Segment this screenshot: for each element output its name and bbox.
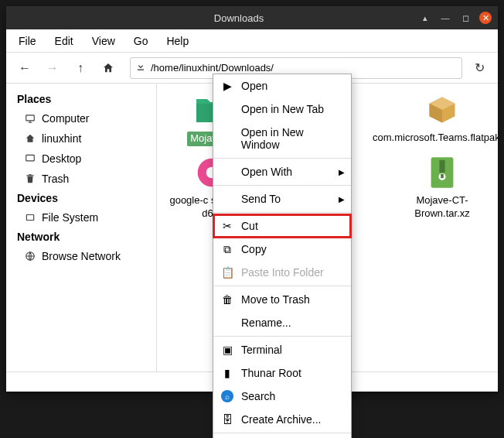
- terminal-icon: ▣: [221, 344, 233, 356]
- menu-go[interactable]: Go: [126, 32, 156, 50]
- maximize-icon[interactable]: ◻: [459, 12, 472, 24]
- sidebar-item-computer[interactable]: Computer: [6, 108, 156, 128]
- forward-button: →: [42, 57, 63, 79]
- file-item[interactable]: com.microsoft.Teams.flatpakref: [397, 91, 488, 146]
- cut-icon: ✂: [221, 220, 233, 232]
- network-header: Network: [6, 228, 156, 246]
- ctx-search[interactable]: ⌕Search: [213, 385, 351, 408]
- download-icon: [135, 61, 146, 74]
- sidebar-item-desktop[interactable]: Desktop: [6, 149, 156, 169]
- menu-help[interactable]: Help: [158, 32, 196, 50]
- copy-icon: ⧉: [221, 243, 233, 255]
- sidebar-item-browse-network[interactable]: Browse Network: [6, 246, 156, 266]
- close-icon[interactable]: ✕: [479, 12, 492, 24]
- chevron-right-icon: ▶: [339, 195, 345, 204]
- svg-rect-0: [26, 115, 35, 121]
- ctx-thunar-root[interactable]: ▮Thunar Root: [213, 361, 351, 385]
- sidebar-item-home[interactable]: linuxhint: [6, 128, 156, 149]
- path-input[interactable]: [151, 62, 457, 74]
- svg-rect-2: [26, 215, 33, 221]
- places-header: Places: [6, 90, 156, 108]
- ctx-open-window[interactable]: Open in New Window: [213, 121, 351, 156]
- ctx-paste: 📋Paste Into Folder: [213, 261, 351, 284]
- svg-rect-8: [439, 160, 444, 173]
- sidebar-item-trash[interactable]: Trash: [6, 169, 156, 189]
- window-title: Downloads: [59, 12, 419, 24]
- package-icon: [417, 91, 467, 128]
- devices-header: Devices: [6, 189, 156, 207]
- menu-view[interactable]: View: [84, 32, 123, 50]
- ctx-copy[interactable]: ⧉Copy: [213, 238, 351, 261]
- archive-icon: 🗄: [221, 413, 233, 426]
- search-icon: ⌕: [221, 390, 233, 402]
- titlebar: Downloads ▴ — ◻ ✕: [6, 6, 498, 29]
- home-button[interactable]: [97, 57, 119, 79]
- file-item[interactable]: Mojave-CT-Brown.tar.xz: [397, 154, 488, 221]
- ctx-properties[interactable]: ≡Properties...: [213, 435, 351, 438]
- ctx-archive[interactable]: 🗄Create Archive...: [213, 408, 351, 431]
- svg-rect-10: [441, 174, 444, 178]
- ctx-open[interactable]: ▶Open: [213, 74, 351, 98]
- minimize-icon[interactable]: —: [439, 12, 451, 24]
- open-icon: ▶: [221, 80, 233, 92]
- keep-above-icon[interactable]: ▴: [419, 12, 431, 24]
- up-button[interactable]: ↑: [70, 57, 91, 79]
- paste-icon: 📋: [221, 266, 233, 279]
- context-menu: ▶Open Open in New Tab Open in New Window…: [213, 74, 352, 438]
- menu-file[interactable]: File: [11, 32, 44, 50]
- menu-edit[interactable]: Edit: [47, 32, 81, 50]
- ctx-cut[interactable]: ✂Cut: [213, 214, 351, 238]
- reload-button[interactable]: ↻: [468, 57, 490, 79]
- ctx-open-with[interactable]: Open With▶: [213, 160, 351, 183]
- svg-rect-1: [26, 155, 35, 161]
- ctx-open-tab[interactable]: Open in New Tab: [213, 98, 351, 121]
- ctx-trash[interactable]: 🗑Move to Trash: [213, 288, 351, 311]
- ctx-rename[interactable]: Rename...: [213, 311, 351, 334]
- sidebar-item-filesystem[interactable]: File System: [6, 207, 156, 228]
- menubar: File Edit View Go Help: [6, 29, 498, 53]
- ctx-send-to[interactable]: Send To▶: [213, 187, 351, 210]
- ctx-terminal[interactable]: ▣Terminal: [213, 338, 351, 361]
- back-button[interactable]: ←: [14, 57, 36, 79]
- sidebar: Places Computer linuxhint Desktop Trash …: [6, 84, 157, 371]
- chevron-right-icon: ▶: [339, 168, 345, 176]
- folder-icon: ▮: [221, 367, 233, 379]
- archive-icon: [417, 154, 467, 191]
- trash-icon: 🗑: [221, 293, 233, 306]
